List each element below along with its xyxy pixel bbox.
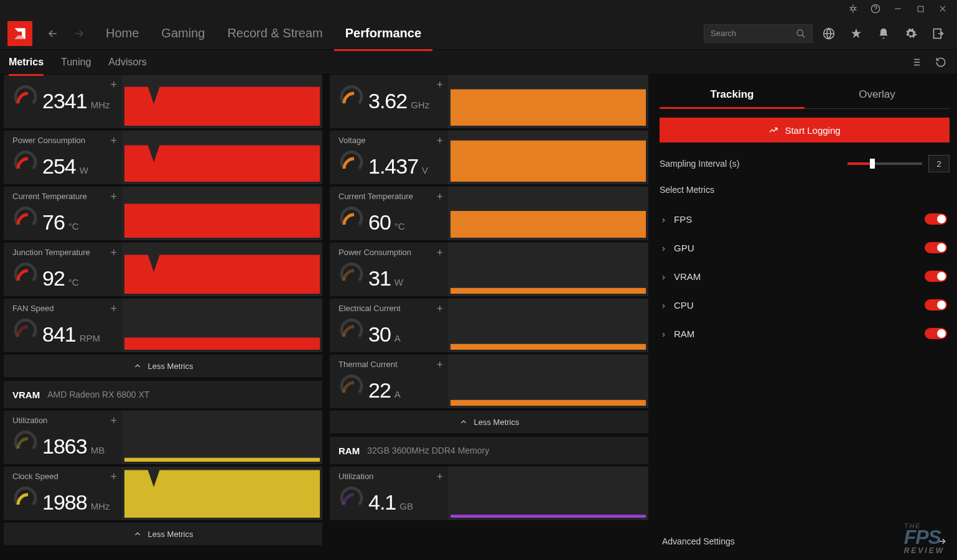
subnav-metrics[interactable]: Metrics	[9, 54, 44, 70]
exit-icon[interactable]	[927, 22, 950, 45]
metric-label: Utilization	[12, 416, 113, 425]
svg-point-0	[851, 7, 854, 10]
metric-unit: A	[394, 389, 401, 399]
search-input[interactable]: Search	[704, 24, 813, 43]
expand-icon[interactable]: +	[110, 134, 117, 147]
metric-label: Voltage	[338, 136, 439, 145]
close-icon[interactable]	[937, 3, 948, 14]
gauge-icon	[338, 205, 365, 227]
expand-icon[interactable]: +	[436, 246, 443, 259]
expand-icon[interactable]: +	[110, 414, 117, 427]
metric-unit: GHz	[411, 100, 429, 110]
side-tabs: TrackingOverlay	[660, 81, 950, 109]
main-content: + 2341 MHz Power Consumption + 254 W Cur…	[0, 75, 957, 560]
metric-card: Power Consumption + 254 W	[4, 131, 322, 184]
metric-toggle-cpu[interactable]: › CPU	[660, 291, 950, 319]
expand-icon[interactable]: +	[436, 358, 443, 371]
expand-icon[interactable]: +	[110, 246, 117, 259]
metric-sparkline	[448, 243, 648, 296]
chevron-right-icon: ›	[662, 329, 665, 339]
gear-icon[interactable]	[900, 22, 922, 45]
maximize-icon[interactable]	[915, 3, 926, 14]
bug-icon[interactable]	[847, 3, 859, 14]
start-logging-label: Start Logging	[785, 125, 840, 136]
metric-value: 30	[368, 322, 391, 347]
side-tab-overlay[interactable]: Overlay	[805, 81, 950, 108]
metric-value: 76	[42, 210, 65, 235]
subnav-advisors[interactable]: Advisors	[108, 54, 146, 70]
expand-icon[interactable]: +	[436, 470, 443, 483]
metric-sparkline	[448, 355, 648, 408]
metric-label: Current Temperature	[338, 192, 439, 201]
help-icon[interactable]	[870, 3, 881, 14]
minimize-icon[interactable]	[892, 3, 903, 14]
expand-icon[interactable]: +	[110, 190, 117, 203]
metric-card: Thermal Current + 22 A	[330, 355, 648, 408]
toggle-switch[interactable]	[925, 328, 947, 339]
less-metrics-button[interactable]: Less Metrics	[330, 411, 648, 433]
metric-card: Utilization + 1863 MB	[4, 411, 322, 464]
metric-card: + 2341 MHz	[4, 75, 322, 128]
nav-forward-button[interactable]	[68, 23, 90, 44]
sampling-value[interactable]: 2	[928, 155, 950, 172]
metric-toggle-fps[interactable]: › FPS	[660, 205, 950, 233]
nav-link-gaming[interactable]: Gaming	[150, 24, 216, 43]
metric-sparkline	[122, 299, 322, 352]
sub-nav: MetricsTuningAdvisors	[0, 50, 957, 75]
metric-sparkline	[448, 467, 648, 520]
nav-link-performance[interactable]: Performance	[334, 24, 432, 43]
toggle-switch[interactable]	[925, 271, 947, 282]
metric-toggle-vram[interactable]: › VRAM	[660, 262, 950, 291]
metric-label: Thermal Current	[338, 360, 439, 369]
metric-unit: RPM	[80, 333, 100, 343]
start-logging-button[interactable]: Start Logging	[660, 118, 950, 142]
gauge-icon	[12, 485, 39, 507]
advanced-settings-button[interactable]: Advanced Settings	[660, 529, 950, 554]
nav-back-button[interactable]	[42, 23, 63, 44]
metric-toggle-label: VRAM	[674, 271, 916, 282]
metric-card: Utilization + 4.1 GB	[330, 467, 648, 520]
expand-icon[interactable]: +	[110, 302, 117, 315]
less-metrics-button[interactable]: Less Metrics	[4, 355, 322, 377]
less-metrics-button[interactable]: Less Metrics	[4, 523, 322, 545]
star-icon[interactable]	[845, 22, 867, 45]
metric-label: FAN Speed	[12, 304, 113, 313]
chevron-up-icon	[133, 530, 142, 538]
toggle-switch[interactable]	[925, 213, 947, 225]
metric-toggle-ram[interactable]: › RAM	[660, 319, 950, 348]
sub-nav-links: MetricsTuningAdvisors	[9, 54, 147, 70]
expand-icon[interactable]: +	[110, 470, 117, 483]
subnav-tuning[interactable]: Tuning	[61, 54, 91, 70]
metric-unit: GB	[399, 501, 413, 511]
toggle-switch[interactable]	[925, 242, 947, 253]
gauge-icon	[12, 429, 39, 451]
sampling-slider[interactable]	[847, 162, 922, 165]
metric-sparkline	[122, 467, 322, 520]
expand-icon[interactable]: +	[436, 78, 443, 91]
chevron-right-icon: ›	[662, 300, 665, 310]
web-icon[interactable]	[818, 22, 840, 45]
metric-value: 3.62	[368, 89, 407, 113]
gauge-icon	[338, 373, 365, 395]
chevron-up-icon	[459, 418, 468, 426]
expand-icon[interactable]: +	[436, 302, 443, 315]
bell-icon[interactable]	[872, 22, 895, 45]
toggle-switch[interactable]	[925, 299, 947, 310]
metric-value: 1.437	[368, 154, 418, 179]
reset-icon[interactable]	[933, 55, 948, 70]
metric-card: Junction Temperature + 92 °C	[4, 243, 322, 296]
side-tab-tracking[interactable]: Tracking	[660, 81, 805, 108]
amd-logo[interactable]	[7, 21, 32, 46]
metric-label: Power Consumption	[12, 136, 113, 145]
expand-icon[interactable]: +	[436, 190, 443, 203]
metric-unit: MB	[91, 445, 105, 455]
expand-icon[interactable]: +	[110, 78, 117, 91]
expand-icon[interactable]: +	[436, 134, 443, 147]
list-view-icon[interactable]	[908, 55, 923, 70]
nav-link-home[interactable]: Home	[95, 24, 150, 43]
metric-label: Electrical Current	[338, 304, 439, 313]
svg-rect-2	[918, 6, 923, 12]
metric-toggle-gpu[interactable]: › GPU	[660, 233, 950, 262]
nav-link-record-stream[interactable]: Record & Stream	[216, 24, 334, 43]
metric-card: + 3.62 GHz	[330, 75, 648, 128]
